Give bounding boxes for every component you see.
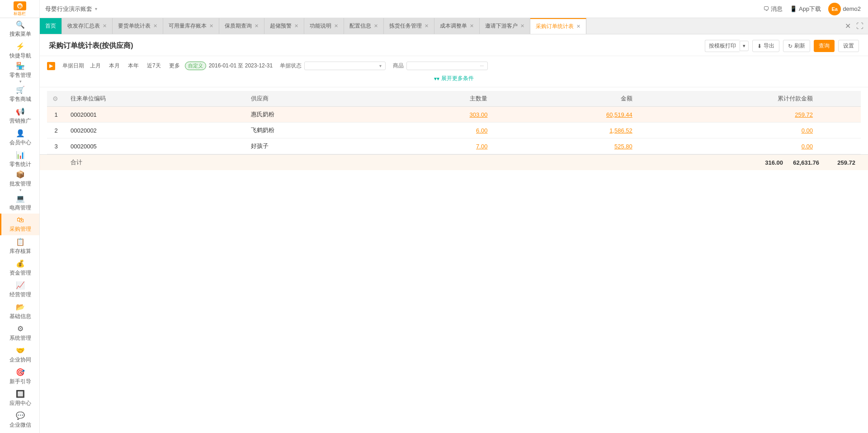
- sidebar-item-base[interactable]: 📂基础信息: [0, 300, 39, 322]
- tab-close-配置信息[interactable]: ✕: [374, 23, 378, 29]
- print-button[interactable]: 按模板打印 ▾: [705, 40, 749, 52]
- tab-邀请下游客户[interactable]: 邀请下游客户✕: [480, 18, 530, 34]
- status-select[interactable]: ▾: [304, 62, 386, 70]
- sidebar-item-newguide[interactable]: 🎯新手引导: [0, 366, 39, 387]
- goods-label: 商品: [393, 62, 404, 70]
- row-amount[interactable]: 60,519.44: [493, 107, 637, 123]
- print-label: 按模板打印: [705, 40, 740, 52]
- sidebar-item-purchase[interactable]: 🛍采购管理: [0, 214, 39, 235]
- filter-toggle-icon[interactable]: ▶: [47, 62, 55, 70]
- sidebar-icon-newguide: 🎯: [16, 368, 25, 376]
- row-qty[interactable]: 303.00: [380, 107, 493, 123]
- tab-超储预警[interactable]: 超储预警✕: [264, 18, 304, 34]
- tab-采购订单统计表[interactable]: 采购订单统计表✕: [530, 18, 586, 34]
- user-profile[interactable]: Ea demo2: [828, 3, 861, 15]
- tab-close-保质期查询[interactable]: ✕: [255, 23, 259, 29]
- sidebar-item-appcenter[interactable]: 🔲应用中心: [0, 387, 39, 409]
- footer-amount: 62,631.76: [788, 159, 825, 166]
- shortcut-last-month[interactable]: 上月: [87, 61, 104, 71]
- maximize-button[interactable]: ⛶: [854, 21, 865, 31]
- sidebar-item-finance[interactable]: 💰资金管理: [0, 257, 39, 279]
- footer-values: 316.00 62,631.76 259.72: [752, 159, 861, 166]
- sidebar-item-operations[interactable]: 📈经营管理: [0, 279, 39, 300]
- row-paid[interactable]: 0.00: [638, 123, 818, 138]
- sidebar-item-marketing[interactable]: 📢营销推广: [0, 105, 39, 127]
- tab-保质期查询[interactable]: 保质期查询✕: [219, 18, 264, 34]
- sidebar-item-store[interactable]: 🛒零售商城: [0, 83, 39, 105]
- row-paid[interactable]: 259.72: [638, 107, 818, 123]
- row-index: 1: [47, 107, 65, 123]
- row-paid[interactable]: 0.00: [638, 138, 818, 154]
- row-extra: [818, 138, 861, 154]
- sidebar-icon-finance: 💰: [16, 259, 25, 268]
- sidebar-item-enterprise[interactable]: 🤝企业协同: [0, 344, 39, 366]
- sidebar-icon-enterprise: 🤝: [16, 346, 25, 355]
- sidebar-item-wholesale[interactable]: 📦批发管理▾: [0, 170, 39, 192]
- col-paid: 累计付款金额: [638, 91, 818, 107]
- tab-close-要货单统计表[interactable]: ✕: [153, 23, 157, 29]
- sidebar-label-system: 系统管理: [9, 334, 31, 342]
- collapse-button[interactable]: ▾▾ 展开更多条件: [434, 75, 474, 82]
- sidebar-icon-wechat: 💬: [16, 411, 25, 420]
- row-amount[interactable]: 525.80: [493, 138, 637, 154]
- shortcut-this-month[interactable]: 本月: [106, 61, 123, 71]
- messages-button[interactable]: 🗨 消息: [763, 5, 783, 13]
- sidebar-item-quick[interactable]: ⚡快捷导航: [0, 40, 39, 62]
- custom-date-tag[interactable]: 自定义: [185, 62, 206, 70]
- tab-功能说明[interactable]: 功能说明✕: [304, 18, 344, 34]
- app-download-button[interactable]: 📱 App下载: [790, 5, 821, 13]
- tab-成本调整单[interactable]: 成本调整单✕: [434, 18, 480, 34]
- tab-可用量库存账本[interactable]: 可用量库存账本✕: [163, 18, 219, 34]
- row-qty[interactable]: 7.00: [380, 138, 493, 154]
- close-tab-button[interactable]: ✕: [843, 21, 853, 31]
- tab-close-功能说明[interactable]: ✕: [334, 23, 338, 29]
- row-code: 00020005: [65, 138, 245, 154]
- app-icon: 📱: [790, 5, 797, 12]
- goods-more-icon[interactable]: ···: [480, 63, 484, 68]
- filter-bar: ▶ 单据日期 上月 本月 本年 近7天 更多 自定义 2016-01-01 至 …: [40, 56, 868, 87]
- shortcut-more[interactable]: 更多: [166, 61, 183, 71]
- tab-close-采购订单统计表[interactable]: ✕: [576, 24, 580, 29]
- table-header-row: ⚙ 往来单位编码 供应商 主数量 金额 累计付款金额: [47, 91, 861, 107]
- workspace-selector[interactable]: 母婴行业演示账套 ▾: [40, 5, 763, 13]
- sidebar-item-search[interactable]: 🔍搜索菜单: [0, 18, 39, 40]
- tab-close-超储预警[interactable]: ✕: [294, 23, 298, 29]
- content-area: 首页收发存汇总表✕要货单统计表✕可用量库存账本✕保质期查询✕超储预警✕功能说明✕…: [40, 18, 868, 433]
- tab-收发存汇总表[interactable]: 收发存汇总表✕: [62, 18, 113, 34]
- export-icon: ⬇: [757, 43, 762, 49]
- sidebar-label-base: 基础信息: [9, 313, 31, 320]
- sidebar-label-appcenter: 应用中心: [9, 400, 31, 407]
- tab-home[interactable]: 首页: [40, 18, 62, 34]
- refresh-button[interactable]: ↻ 刷新: [783, 40, 810, 52]
- shortcut-this-year[interactable]: 本年: [125, 61, 142, 71]
- settings-button[interactable]: 设置: [838, 40, 859, 52]
- tab-close-拣货任务管理[interactable]: ✕: [425, 23, 429, 29]
- tab-配置信息[interactable]: 配置信息✕: [344, 18, 384, 34]
- sidebar-item-member[interactable]: 👤会员中心: [0, 127, 39, 148]
- sidebar-item-wechat[interactable]: 💬企业微信: [0, 409, 39, 431]
- tab-close-收发存汇总表[interactable]: ✕: [103, 23, 107, 29]
- query-button[interactable]: 查询: [814, 40, 835, 52]
- row-qty[interactable]: 6.00: [380, 123, 493, 138]
- col-code: 往来单位编码: [65, 91, 245, 107]
- shortcut-7days[interactable]: 近7天: [144, 61, 164, 71]
- tab-要货单统计表[interactable]: 要货单统计表✕: [113, 18, 163, 34]
- tab-close-可用量库存账本[interactable]: ✕: [209, 23, 213, 29]
- sidebar-item-vip[interactable]: ⭐畅会员: [0, 431, 39, 433]
- goods-input[interactable]: ···: [406, 62, 488, 70]
- sidebar-item-ecommerce[interactable]: 💻电商管理: [0, 192, 39, 214]
- print-arrow-icon[interactable]: ▾: [740, 41, 749, 51]
- tab-close-邀请下游客户[interactable]: ✕: [520, 23, 524, 29]
- column-settings-icon[interactable]: ⚙: [52, 95, 58, 102]
- sidebar-item-inventory[interactable]: 📋库存核算: [0, 235, 39, 257]
- sidebar-item-retail_stats[interactable]: 📊零售统计: [0, 148, 39, 170]
- row-amount[interactable]: 1,586.52: [493, 123, 637, 138]
- sidebar-item-system[interactable]: ⚙系统管理: [0, 322, 39, 344]
- sidebar-icon-retail: 🏪: [16, 62, 25, 70]
- tab-close-成本调整单[interactable]: ✕: [470, 23, 474, 29]
- sidebar-item-retail[interactable]: 🏪零售管理▾: [0, 62, 39, 83]
- export-button[interactable]: ⬇ 导出: [752, 40, 779, 52]
- tab-label-采购订单统计表: 采购订单统计表: [536, 23, 574, 30]
- tab-拣货任务管理[interactable]: 拣货任务管理✕: [384, 18, 434, 34]
- sidebar-icon-base: 📂: [16, 303, 25, 311]
